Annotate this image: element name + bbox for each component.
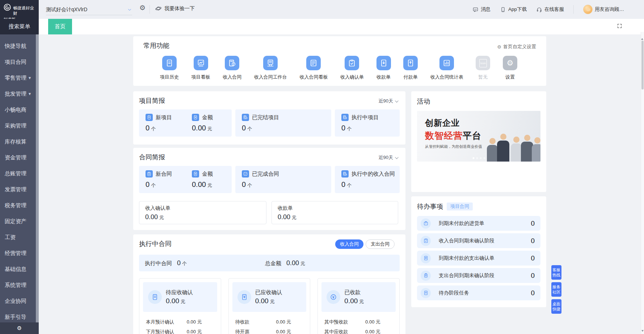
exec-row-本月预计确认: 本月预计确认0.00 元 [143,317,217,327]
chevron-down-icon: ▼ [29,76,31,80]
calcCheck-icon [243,115,248,120]
sidebar-scrollbar[interactable] [36,34,39,322]
gear-icon: ⚙ [503,56,517,70]
doc-icon [165,59,174,67]
board-icon [197,59,205,67]
function-收入合同工作台[interactable]: 收入合同工作台 [254,56,287,80]
divider [150,5,150,14]
consultant-label: 用友咨询顾… [595,6,624,13]
tab-home[interactable]: 首页 [48,19,72,34]
home-customize-button[interactable]: ⚙ 首页自定义设置 [497,43,536,50]
todo-item-待办阶段任务[interactable]: 待办阶段任务0 [417,285,540,300]
fullscreen-icon[interactable] [617,23,622,29]
todo-item-到期未付款的进货单[interactable]: 到期未付款的进货单0 [417,216,540,231]
search-menu-button[interactable]: 搜索菜单 [0,19,39,34]
settings-gear-icon[interactable]: ⚙ [139,4,146,12]
function-收入合同[interactable]: 收入合同 [223,56,241,80]
sidebar-item-系统管理[interactable]: 系统管理 [0,277,39,293]
sidebar-item-企业协同[interactable]: 企业协同 [0,293,39,309]
sidebar-item-发票管理[interactable]: 发票管理 [0,181,39,197]
float-button-客服热线[interactable]: 客服热线 [551,265,561,280]
pill-income-contract[interactable]: 收入合同 [335,239,363,249]
function-付款单[interactable]: 付款单 [403,56,418,80]
money-icon [193,171,198,176]
project-range-select[interactable]: 近90天 [379,98,397,104]
stat-value: 0个 [146,180,185,189]
person-silhouette [521,135,533,162]
doc-icon [423,290,429,296]
sidebar-item-经营管理[interactable]: 经营管理 [0,245,39,261]
function-项目历史[interactable]: 项目历史 [160,56,179,80]
float-button-桌面快捷[interactable]: 桌面快捷 [551,299,561,314]
exec-row-value: 0.00 元 [187,329,202,334]
avatar [583,5,593,14]
carousel-dots[interactable] [472,157,485,159]
calcClock-icon [341,114,349,121]
sidebar-item-固定资产[interactable]: 固定资产 [0,213,39,229]
sidebar-item-项目合同[interactable]: 项目合同 [0,54,39,70]
sidebar-item-快捷导航[interactable]: 快捷导航 [0,38,39,54]
function-暂无[interactable]: Icon暂无 [476,56,490,80]
sidebar-item-批发管理[interactable]: 批发管理▼ [0,86,39,102]
sidebar-item-小畅电商[interactable]: 小畅电商 [0,102,39,118]
app-download-button[interactable]: App下载 [500,6,527,13]
executing-cards-row: 待应收确认0.00元本月预计确认0.00 元下月预计确认0.00 元已应收确认0… [139,278,400,334]
function-收入合同统计表[interactable]: 收入合同统计表 [430,56,463,80]
function-收款单[interactable]: 收款单 [376,56,391,80]
sidebar-item-基础信息[interactable]: 基础信息 [0,261,39,277]
money-icon [421,253,431,263]
calcClock-icon [342,115,348,120]
function-收入合同看板[interactable]: 收入合同看板 [299,56,328,80]
contract-brief-title: 合同简报 [139,153,400,162]
contract-range-select[interactable]: 近90天 [379,154,397,161]
phone-icon [500,7,506,13]
page-scrollbar[interactable] [641,32,644,334]
banner-line1: 创新企业 [425,117,460,129]
sidebar-item-采购管理[interactable]: 采购管理 [0,118,39,134]
function-label: 项目看板 [191,74,210,80]
online-service-button[interactable]: 在线客服 [536,6,564,13]
extra-card-收款单[interactable]: 收款单0.00元 [272,201,398,224]
sidebar-item-零售管理[interactable]: 零售管理▼ [0,70,39,86]
function-label: 收入合同 [223,74,241,80]
todo-item-收入合同到期未确认阶段[interactable]: 收入合同到期未确认阶段0 [417,233,540,248]
function-项目看板[interactable]: 项目看板 [191,56,210,80]
sidebar-item-label: 库存核算 [5,138,26,145]
main-content: 常用功能 ⚙ 首页自定义设置 项目历史项目看板收入合同收入合同工作台收入合同看板… [39,34,641,334]
sidebar-item-label: 总账管理 [5,170,26,177]
placeholder-icon: Icon [476,56,490,70]
stat-label: 执行中的收入合同 [352,171,395,178]
scroll-down-icon[interactable] [641,330,644,332]
sidebar-item-资金管理[interactable]: 资金管理 [0,150,39,166]
project-stats-row: 新项目0个金额0.00元已完结项目0个执行中项目0个 [139,109,400,137]
scroll-up-icon[interactable] [641,32,643,40]
sidebar-item-总账管理[interactable]: 总账管理 [0,166,39,181]
todo-item-label: 支出合同到期未确认阶段 [439,272,494,279]
sidebar-item-label: 经营管理 [5,250,26,257]
docIn-icon [379,59,388,67]
money-icon [237,290,251,304]
sidebar-item-label: 小畅电商 [5,107,26,113]
calcClock-icon [341,170,349,178]
consultant-account[interactable]: 用友咨询顾… [583,5,624,14]
messages-button[interactable]: 消息 [472,6,491,13]
experience-button[interactable]: 我要体验一下 [155,5,195,12]
activity-banner[interactable]: 创新企业 数智经营平台 从管控到赋能，为您创造商业价值 [417,111,540,162]
company-select[interactable]: 测试好会计qXVlrD [46,4,132,15]
sidebar-item-税务管理[interactable]: 税务管理 [0,197,39,213]
scroll-thumb[interactable] [641,41,644,89]
extra-card-收入确认单[interactable]: 收入确认单0.00元 [139,201,266,224]
experience-label: 我要体验一下 [164,5,195,12]
exec-row-label: 本月预计确认 [146,319,174,325]
sidebar-item-工资[interactable]: 工资 [0,229,39,245]
sidebar-settings-gear-icon[interactable]: ⚙ [0,322,39,334]
clipCheck-tile [345,56,359,70]
function-设置[interactable]: ⚙设置 [503,56,517,80]
function-收入确认单[interactable]: 收入确认单 [340,56,364,80]
todo-title: 待办事项 [417,202,443,211]
pill-expense-contract[interactable]: 支出合同 [366,239,395,249]
float-button-服务社区[interactable]: 服务社区 [551,282,561,297]
todo-item-支出合同到期未确认阶段[interactable]: 支出合同到期未确认阶段0 [417,268,540,283]
todo-item-到期未付款的支出确认单[interactable]: 到期未付款的支出确认单0 [417,251,540,266]
sidebar-item-库存核算[interactable]: 库存核算 [0,134,39,150]
